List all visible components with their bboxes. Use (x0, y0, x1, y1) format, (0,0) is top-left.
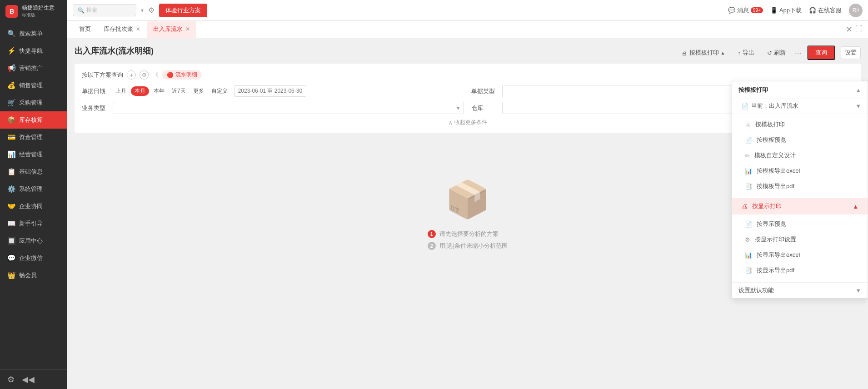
nav-icon-basic: 📋 (7, 168, 15, 176)
tab-batch[interactable]: 库存批次账✕ (97, 21, 147, 38)
filter-setting-btn[interactable]: ⚙ (140, 70, 149, 80)
sidebar-item-inventory[interactable]: 📦库存核算 (0, 111, 67, 129)
sidebar-item-marketing[interactable]: 📢营销推广 (0, 60, 67, 77)
tab-home[interactable]: 首页 (73, 21, 97, 38)
dp-label-template-custom: 模板自定义设计 (754, 151, 796, 160)
dp-icon-template-custom: ✏ (745, 152, 750, 159)
nav-label-quick: 快捷导航 (19, 47, 43, 55)
nav-icon-search: 🔍 (7, 30, 15, 38)
nav-label-finance: 资金管理 (19, 133, 43, 141)
dp-item-template-export-excel[interactable]: 📊按模板导出excel (732, 163, 868, 179)
dp-item-display-print-settings[interactable]: ⚙按显示打印设置 (732, 232, 868, 247)
nav-label-sales: 销售管理 (19, 81, 43, 90)
more-actions-icon[interactable]: ··· (795, 48, 802, 58)
date-range-picker[interactable]: 2023-06-01 至 2023-06-30 (234, 85, 306, 97)
dp-item-display-export-pdf[interactable]: 📑按显示导出pdf (732, 263, 868, 278)
nav-icon-wechat: 💬 (7, 254, 15, 262)
dp-display-header-label: 按显示打印 (752, 202, 782, 210)
sidebar-item-wechat[interactable]: 💬企业微信 (0, 249, 67, 267)
user-avatar[interactable]: Rit (849, 4, 863, 17)
nav-label-purchase: 采购管理 (19, 99, 43, 107)
sidebar-item-cooperation[interactable]: 🤝企业协同 (0, 198, 67, 215)
export-btn[interactable]: ↑ 导出 (734, 47, 758, 59)
dp-item-template-custom[interactable]: ✏模板自定义设计 (732, 148, 868, 163)
sidebar-item-system[interactable]: ⚙️系统管理 (0, 180, 67, 198)
sidebar-item-sales[interactable]: 💰销售管理 (0, 77, 67, 94)
filter-tag[interactable]: 🔴 流水明细 (162, 70, 202, 80)
sidebar-item-quick[interactable]: ⚡快捷导航 (0, 42, 67, 60)
dp-footer-label: 设置默认功能 (738, 286, 774, 294)
topbar-search[interactable]: 🔍 搜索 (73, 4, 136, 16)
dp-label-display-export-pdf: 按显示导出pdf (757, 266, 794, 274)
search-icon: 🔍 (78, 7, 85, 14)
tab-label-batch: 库存批次账 (104, 25, 133, 33)
dp-item-display-export-excel[interactable]: 📊按显示导出excel (732, 247, 868, 263)
online-service-btn[interactable]: 🎧 在线客服 (809, 6, 842, 15)
collapse-nav-icon[interactable]: ◀◀ (22, 374, 35, 384)
topbar: 🔍 搜索 ▾ ⚙ 体验行业方案 💬 消息 99+ 📱 App下载 🎧 在线客服 … (67, 0, 868, 21)
print-dropdown-panel: 按模板打印 ▲ 📄 当前：出入库流水 ▼ 🖨按模板打印📄按模板预览✏模板自定义设… (732, 81, 868, 299)
date-shortcuts: 上月本月本年近7天更多自定义 (113, 86, 230, 96)
date-shortcut-更多[interactable]: 更多 (190, 86, 207, 96)
print-template-btn[interactable]: 🖨 按模板打印 ▲ (678, 47, 729, 59)
nav-icon-sales: 💰 (7, 81, 15, 90)
tab-label-flow: 出入库流水 (153, 25, 183, 33)
date-shortcut-上月[interactable]: 上月 (113, 86, 129, 96)
date-shortcut-本月[interactable]: 本月 (131, 86, 149, 96)
dp-header-arrow[interactable]: ▲ (855, 87, 861, 94)
dp-divider-1 (732, 114, 868, 114)
tab-flow[interactable]: 出入库流水✕ (147, 21, 196, 38)
expand-window-icon[interactable]: ⛶ (855, 25, 863, 35)
sidebar-item-purchase[interactable]: 🛒采购管理 (0, 94, 67, 111)
filter-date-item: 单据日期 上月本月本年近7天更多自定义 2023-06-01 至 2023-06… (82, 85, 464, 97)
sidebar-item-member[interactable]: 👑畅会员 (0, 267, 67, 284)
dp-current-template[interactable]: 📄 当前：出入库流水 ▼ (732, 99, 868, 113)
business-type-select[interactable]: ▾ (113, 102, 464, 114)
sidebar-item-appcenter[interactable]: 🔲应用中心 (0, 232, 67, 249)
app-download-btn[interactable]: 📱 App下载 (770, 6, 802, 15)
date-shortcut-近7天[interactable]: 近7天 (169, 86, 189, 96)
nav-icon-guide: 📖 (7, 219, 15, 228)
settings-btn[interactable]: 设置 (841, 46, 861, 59)
message-btn[interactable]: 💬 消息 99+ (728, 6, 763, 15)
dp-item-template-preview[interactable]: 📄按模板预览 (732, 132, 868, 148)
sidebar-item-operations[interactable]: 📊经营管理 (0, 146, 67, 163)
dp-display-header-icon: 🖨 (741, 203, 748, 210)
tab-close-flow[interactable]: ✕ (185, 26, 190, 32)
dp-label-template-export-pdf: 按模板导出pdf (757, 182, 794, 190)
dp-display-print-header[interactable]: 🖨 按显示打印 ▲ (732, 198, 868, 214)
voucher-type-label: 单据类型 (471, 87, 499, 95)
dp-item-display-preview[interactable]: 📄按显示预览 (732, 216, 868, 232)
print-icon: 🖨 (682, 50, 688, 56)
dp-current-label: 当前：出入库流水 (751, 102, 798, 110)
dp-icon-template-print-item: 🖨 (745, 121, 751, 128)
date-shortcut-自定义[interactable]: 自定义 (209, 86, 230, 96)
refresh-btn[interactable]: ↺ 刷新 (763, 47, 789, 59)
sidebar-item-finance[interactable]: 💳资金管理 (0, 129, 67, 146)
dp-footer[interactable]: 设置默认功能 ▼ (732, 282, 868, 298)
industry-btn[interactable]: 体验行业方案 (159, 4, 207, 17)
nav-icon-quick: ⚡ (7, 47, 15, 55)
filter-collapse-btn[interactable]: 《 (152, 71, 159, 79)
add-filter-btn[interactable]: + (127, 70, 136, 80)
sidebar-item-guide[interactable]: 📖新手引导 (0, 215, 67, 232)
topbar-chevron-icon[interactable]: ▾ (141, 7, 144, 14)
date-shortcut-本年[interactable]: 本年 (151, 86, 167, 96)
sidebar-logo: B 畅捷通好生意 标准版 (0, 0, 67, 23)
tab-label-home: 首页 (79, 25, 91, 33)
nav-label-inventory: 库存核算 (19, 116, 43, 124)
close-window-icon[interactable]: ✕ (846, 25, 853, 35)
dp-item-template-export-pdf[interactable]: 📑按模板导出pdf (732, 179, 868, 194)
query-btn[interactable]: 查询 (807, 45, 835, 60)
topbar-gear-icon[interactable]: ⚙ (148, 6, 155, 15)
dp-item-template-print-item[interactable]: 🖨按模板打印 (732, 117, 868, 132)
tab-close-batch[interactable]: ✕ (136, 26, 140, 32)
settings-icon[interactable]: ⚙ (7, 374, 15, 384)
sidebar-nav: 🔍搜索菜单⚡快捷导航📢营销推广💰销售管理🛒采购管理📦库存核算💳资金管理📊经营管理… (0, 23, 67, 369)
sidebar-item-basic[interactable]: 📋基础信息 (0, 163, 67, 180)
nav-label-search: 搜索菜单 (19, 30, 43, 38)
collapse-more-btn[interactable]: ∧ 收起更多条件 (449, 119, 487, 126)
empty-step-2: 2 用[选]条件来缩小分析范围 (428, 240, 508, 252)
app-download-label: App下载 (779, 6, 802, 15)
sidebar-item-search[interactable]: 🔍搜索菜单 (0, 25, 67, 42)
